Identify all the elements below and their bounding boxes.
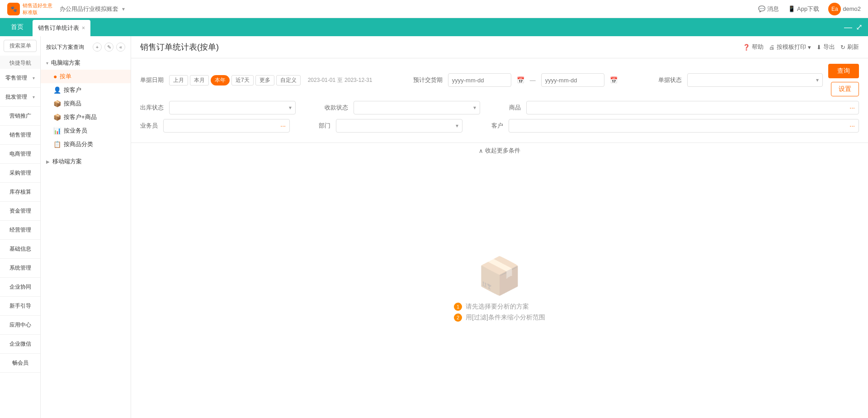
sidebar-item-wechat[interactable]: 企业微信	[0, 335, 40, 354]
logo-icon: 🐾	[7, 3, 20, 15]
sidebar-item-finance[interactable]: 资金管理	[0, 202, 40, 221]
sidebar-item-inventory[interactable]: 库存核算	[0, 183, 40, 202]
collapse-panel-btn[interactable]: «	[116, 43, 125, 52]
sidebar-item-member[interactable]: 畅会员	[0, 354, 40, 373]
query-btn-area: 查询 设置	[828, 64, 859, 96]
user-btn[interactable]: Ea demo2	[828, 3, 861, 15]
salesperson-label: 业务员	[140, 122, 158, 130]
sidebar-item-wholesale[interactable]: 批发管理 ▾	[0, 88, 40, 107]
scheme-by-customer[interactable]: 👤 按客户	[41, 83, 131, 97]
tab-home[interactable]: 首页	[4, 18, 31, 36]
sidebar: 搜索菜单 快捷导航 零售管理 ▾ 批发管理 ▾ 营销推广 销售管理 电商管理 采…	[0, 36, 41, 418]
date-btn-this-month[interactable]: 本月	[190, 75, 209, 86]
date-btn-custom[interactable]: 自定义	[276, 75, 301, 86]
scheme-person-icon: 👤	[53, 86, 61, 94]
empty-tip-2: 2 用[过滤]条件来缩小分析范围	[454, 314, 545, 322]
collapse-conditions-btn[interactable]: ∧ 收起更多条件	[479, 147, 520, 155]
top-bar-right: 💬 消息 📱 App下载 Ea demo2	[758, 3, 861, 15]
left-panel-header: 按以下方案查询 + ✎ «	[41, 40, 131, 54]
sidebar-item-system[interactable]: 系统管理	[0, 259, 40, 278]
sidebar-arrow-wholesale: ▾	[33, 95, 35, 100]
topbar-dropdown-icon[interactable]: ▾	[122, 6, 125, 12]
sidebar-item-basics[interactable]: 基础信息	[0, 240, 40, 259]
message-icon: 💬	[758, 5, 765, 12]
date-btn-7days[interactable]: 近7天	[231, 75, 254, 86]
date-btn-this-year[interactable]: 本年	[211, 75, 230, 86]
add-scheme-btn[interactable]: +	[93, 43, 102, 52]
sidebar-item-marketing[interactable]: 营销推广	[0, 107, 40, 126]
sidebar-item-collab[interactable]: 企业协同	[0, 278, 40, 297]
customer-select[interactable]: ···	[509, 119, 859, 133]
tab-close-icon[interactable]: ×	[82, 25, 85, 31]
collapse-bar: ∧ 收起更多条件	[131, 142, 868, 158]
sidebar-item-purchase[interactable]: 采购管理	[0, 164, 40, 183]
date-filter-label: 单据日期	[140, 76, 164, 84]
scheme-circle-icon: ●	[53, 73, 57, 80]
search-menu-btn[interactable]: 搜索菜单	[4, 40, 37, 52]
goods-label: 商品	[509, 104, 521, 112]
receipt-status-select[interactable]: ▾	[354, 101, 480, 114]
empty-tips: 1 请先选择要分析的方案 2 用[过滤]条件来缩小分析范围	[454, 303, 545, 322]
salesperson-select[interactable]: ···	[163, 119, 290, 133]
date-btn-more[interactable]: 更多	[255, 75, 274, 86]
scheme-cg-icon: 📦	[53, 114, 61, 121]
main-layout: 搜索菜单 快捷导航 零售管理 ▾ 批发管理 ▾ 营销推广 销售管理 电商管理 采…	[0, 36, 868, 418]
scheme-by-order[interactable]: ● 按单	[41, 70, 131, 83]
tip1-num: 1	[454, 303, 462, 311]
date-range-display: 2023-01-01 至 2023-12-31	[308, 76, 373, 84]
refresh-btn[interactable]: ↻ 刷新	[840, 43, 859, 51]
date-btn-last-month[interactable]: 上月	[169, 75, 188, 86]
sidebar-item-operations[interactable]: 经营管理	[0, 221, 40, 240]
help-icon: ❓	[743, 44, 750, 51]
scheme-by-goods[interactable]: 📦 按商品	[41, 97, 131, 110]
tab-controls: — ⤢	[844, 22, 868, 32]
export-btn[interactable]: ⬇ 导出	[816, 43, 835, 51]
sidebar-item-retail[interactable]: 零售管理 ▾	[0, 69, 40, 88]
tip2-num: 2	[454, 314, 462, 322]
settings-btn[interactable]: 设置	[831, 82, 859, 96]
goods-select[interactable]: ···	[526, 101, 859, 114]
mobile-scheme-section: ▶ 移动端方案	[41, 153, 131, 170]
tab-maximize-icon[interactable]: ⤢	[856, 22, 863, 32]
scheme-by-salesperson[interactable]: 📊 按业务员	[41, 124, 131, 138]
main-content: 销售订单统计表(按单) ❓ 帮助 🖨 按模板打印 ▾ ⬇ 导出	[131, 36, 868, 418]
edit-scheme-btn[interactable]: ✎	[104, 43, 113, 52]
top-bar-left: 🐾 销售适好生意 标准版 办公用品行业模拟账套 ▾	[7, 2, 125, 15]
dept-select[interactable]: ▾	[336, 119, 462, 133]
sidebar-item-apps[interactable]: 应用中心	[0, 316, 40, 335]
help-btn[interactable]: ❓ 帮助	[743, 43, 764, 51]
tab-sales-order-stats[interactable]: 销售订单统计表 ×	[33, 20, 90, 36]
scheme-by-customer-goods[interactable]: 📦 按客户+商品	[41, 110, 131, 124]
pc-scheme-parent[interactable]: ▾ 电脑端方案	[41, 56, 131, 70]
salesperson-dots-icon[interactable]: ···	[280, 122, 286, 129]
mobile-scheme-parent[interactable]: ▶ 移动端方案	[41, 155, 131, 168]
doc-status-select[interactable]: ▾	[687, 73, 823, 87]
export-icon: ⬇	[816, 44, 821, 51]
expected-date-from-input[interactable]	[448, 73, 511, 87]
sidebar-item-guide[interactable]: 新手引导	[0, 297, 40, 316]
query-btn[interactable]: 查询	[828, 64, 859, 78]
doc-status-label: 单据状态	[658, 76, 682, 84]
sidebar-item-sales[interactable]: 销售管理	[0, 126, 40, 145]
cal-icon-from[interactable]: 📅	[517, 76, 524, 84]
goods-dots-icon[interactable]: ···	[849, 104, 855, 111]
scheme-by-category[interactable]: 📋 按商品分类	[41, 138, 131, 151]
dept-label: 部门	[319, 122, 330, 130]
receipt-status-chevron: ▾	[473, 104, 476, 111]
customer-dots-icon[interactable]: ···	[849, 122, 855, 129]
print-icon: 🖨	[769, 44, 775, 51]
expected-date-to-input[interactable]	[541, 73, 604, 87]
dept-chevron: ▾	[456, 123, 458, 129]
tab-minimize-icon[interactable]: —	[844, 23, 852, 32]
out-status-select[interactable]: ▾	[169, 101, 296, 114]
top-bar-title: 办公用品行业模拟账套	[60, 5, 118, 13]
content-area: 按以下方案查询 + ✎ « ▾ 电脑端方案 ● 按单 👤	[41, 36, 868, 418]
message-btn[interactable]: 💬 消息	[758, 5, 779, 13]
expected-date-label: 预计交货期	[413, 76, 443, 84]
cal-icon-to[interactable]: 📅	[610, 76, 618, 84]
left-panel-actions: + ✎ «	[93, 43, 125, 52]
sidebar-item-ecommerce[interactable]: 电商管理	[0, 145, 40, 164]
empty-state: 📦 1 请先选择要分析的方案 2 用[过滤]条件来缩小分析范围	[131, 158, 868, 418]
app-download-btn[interactable]: 📱 App下载	[788, 5, 819, 13]
template-print-btn[interactable]: 🖨 按模板打印 ▾	[769, 43, 811, 51]
